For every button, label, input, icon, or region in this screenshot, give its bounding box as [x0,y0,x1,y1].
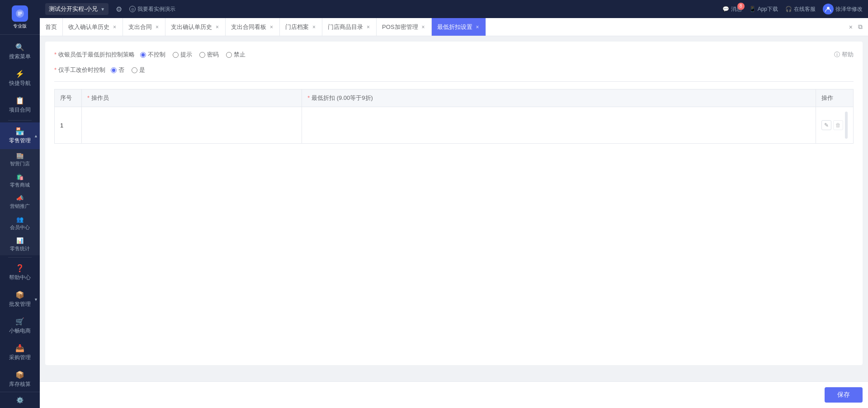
content-area: ⓘ 帮助 收银员低于最低折扣控制策略 不控制 提示 [40,36,868,381]
user-info[interactable]: 徐泽华修改 [823,4,863,14]
main-area: 测试分开实程-小兄 ▼ ⚙ ◎ 我要看实例演示 💬 消息 8 📱 App下载 🎧… [40,0,868,408]
project-selector[interactable]: 测试分开实程-小兄 ▼ [45,3,108,15]
manual-control-form-row: 仅手工改价时控制 否 是 [54,66,854,74]
manual-control-radio-group: 否 是 [111,66,145,74]
manual-radio-no[interactable]: 否 [111,66,124,74]
policy-radio-no-control[interactable]: 不控制 [140,51,165,59]
policy-radio-forbidden[interactable]: 禁止 [226,51,245,59]
table-edit-button[interactable]: ✎ [821,120,831,130]
header-settings-button[interactable]: ⚙ [116,5,122,14]
sidebar-item-shortcut[interactable]: ⚡ 快捷导航 [0,65,40,92]
avatar [823,4,834,14]
manual-radio-yes-input[interactable] [132,67,137,73]
tab-min-discount-close[interactable]: × [475,23,480,31]
sidebar-item-marketing[interactable]: 📣 营销推广 [0,192,40,213]
help-circle-icon: ⓘ [834,51,840,59]
tab-store-file-close[interactable]: × [311,23,316,31]
sidebar-item-purchase[interactable]: 📥 采购管理 [0,339,40,366]
message-icon: 💬 [722,6,729,12]
search-icon: 🔍 [15,43,24,52]
sidebar-settings-button[interactable]: ⚙️ [0,392,40,408]
tabs-actions: × ⧉ [844,21,868,33]
tab-payment-board[interactable]: 支出合同看板 × [226,18,280,36]
sidebar-item-retail[interactable]: 🏪 零售管理 ▲ [0,122,40,149]
save-button[interactable]: 保存 [825,387,863,403]
sidebar-item-wholesale[interactable]: 📦 批发管理 ▼ [0,286,40,313]
policy-label: 收银员低于最低折扣控制策略 [54,51,135,59]
customer-service-button[interactable]: 🎧 在线客服 [785,5,816,13]
tab-store-file[interactable]: 门店档案 × [280,18,322,36]
sidebar-item-project[interactable]: 📋 项目合同 [0,92,40,118]
sidebar-navigation: 🔍 搜索菜单 ⚡ 快捷导航 📋 项目合同 🏪 零售管理 ▲ 🏬 智营门店 🛍️ … [0,35,40,392]
tab-expand-button[interactable]: ⧉ [856,21,864,33]
sidebar-item-label: 智营门店 [10,160,30,167]
manual-control-label: 仅手工改价时控制 [54,66,105,74]
policy-radio-password-input[interactable] [199,52,205,58]
manual-no-label: 否 [118,66,124,74]
policy-radio-forbidden-input[interactable] [226,52,232,58]
table-header-row: 序号 * 操作员 * 最低折扣 (9.00等于9折) 操作 [55,89,854,107]
policy-radio-tip[interactable]: 提示 [173,51,192,59]
tab-income-confirm-close[interactable]: × [112,23,117,31]
help-button[interactable]: ⓘ 帮助 [834,51,854,59]
tab-pos-pwd[interactable]: POS加密管理 × [377,18,431,36]
sidebar-item-retail-mall[interactable]: 🛍️ 零售商城 [0,170,40,192]
sidebar-item-inventory[interactable]: 📦 库存核算 [0,366,40,392]
policy-radio-password[interactable]: 密码 [199,51,219,59]
tab-payment-confirm-close[interactable]: × [215,23,220,31]
tab-payment-contract[interactable]: 支出合同 × [123,18,165,36]
tab-min-discount[interactable]: 最低折扣设置 × [432,18,486,36]
tab-store-product[interactable]: 门店商品目录 × [322,18,377,36]
tab-home[interactable]: 首页 [40,18,63,36]
cell-min-discount [302,107,816,144]
manual-radio-no-input[interactable] [111,67,117,73]
app-logo-text: 专业版 [13,23,27,29]
form-section: 收银员低于最低折扣控制策略 不控制 提示 密码 [54,51,854,82]
sidebar-item-label: 采购管理 [9,354,31,361]
col-operator: * 操作员 [82,89,302,107]
sidebar-item-help[interactable]: ❓ 帮助中心 [0,259,40,286]
row-seq-value: 1 [60,122,63,129]
tab-pos-pwd-close[interactable]: × [421,23,426,31]
message-badge: 8 [737,3,745,10]
tab-payment-board-close[interactable]: × [269,23,274,31]
purchase-icon: 📥 [15,344,24,352]
sidebar-item-retail-stats[interactable]: 📊 零售统计 [0,234,40,255]
policy-radio-tip-input[interactable] [173,52,179,58]
tab-payment-contract-close[interactable]: × [155,23,160,31]
sidebar-item-search[interactable]: 🔍 搜索菜单 [0,38,40,65]
sidebar-item-label: 搜索菜单 [9,53,31,61]
sidebar-item-label: 零售统计 [10,245,30,252]
help-icon: ❓ [15,264,24,272]
app-download-button[interactable]: 📱 App下载 [749,5,778,13]
project-name: 测试分开实程-小兄 [49,5,98,13]
tab-income-confirm[interactable]: 收入确认单历史 × [63,18,123,36]
data-table: 序号 * 操作员 * 最低折扣 (9.00等于9折) 操作 [54,89,854,144]
sidebar-item-smart-store[interactable]: 🏬 智营门店 [0,149,40,170]
smart-store-icon: 🏬 [16,152,24,159]
sidebar-item-member[interactable]: 👥 会员中心 [0,213,40,234]
table-row: 1 ✎ 🗑 [55,107,854,144]
table-header: 序号 * 操作员 * 最低折扣 (9.00等于9折) 操作 [55,89,854,107]
customer-service-label: 在线客服 [794,5,816,13]
tab-close-button[interactable]: × [847,22,854,33]
content-footer: 保存 [40,381,868,408]
manual-yes-label: 是 [139,66,145,74]
table-container: 序号 * 操作员 * 最低折扣 (9.00等于9折) 操作 [54,89,854,144]
tab-home-label: 首页 [45,23,57,31]
policy-radio-no-control-input[interactable] [140,52,146,58]
demo-link[interactable]: ◎ 我要看实例演示 [129,5,175,13]
gear-icon: ⚙ [116,5,122,13]
table-delete-button[interactable]: 🗑 [833,120,843,130]
message-button[interactable]: 💬 消息 8 [722,5,742,13]
settings-icon: ⚙️ [16,397,24,403]
sidebar-item-label: 帮助中心 [9,274,31,281]
manual-radio-yes[interactable]: 是 [132,66,145,74]
tab-store-product-close[interactable]: × [366,23,371,31]
sidebar-item-label: 批发管理 [9,300,31,308]
tab-payment-confirm[interactable]: 支出确认单历史 × [165,18,226,36]
retail-stats-icon: 📊 [16,237,24,244]
sidebar-logo: 专业版 [0,0,40,35]
sidebar-item-ecommerce[interactable]: 🛒 小畅电商 [0,313,40,339]
download-icon: 📱 [749,6,756,12]
